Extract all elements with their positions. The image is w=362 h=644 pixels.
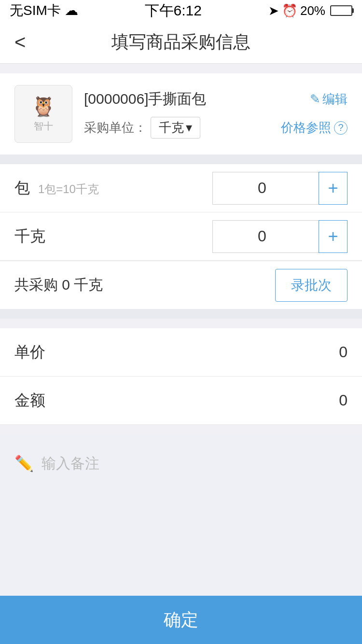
edit-button[interactable]: ✎ 编辑 — [310, 91, 348, 108]
total-row: 共采购 0 千克 录批次 — [0, 261, 362, 309]
kg-input-wrapper: + — [212, 220, 348, 253]
unit-label: 采购单位： — [84, 119, 147, 136]
bag-label-group: 包 1包=10千克 — [14, 178, 212, 199]
price-ref-button[interactable]: 价格参照 ? — [281, 119, 348, 136]
edit-icon: ✎ — [310, 92, 320, 107]
bag-input-row: 包 1包=10千克 + — [0, 164, 362, 212]
amount-label: 金额 — [14, 390, 45, 411]
nav-bar: < 填写商品采购信息 — [0, 21, 362, 64]
page-title: 填写商品采购信息 — [111, 30, 251, 54]
bag-input-wrapper: + — [212, 172, 348, 205]
alarm-icon: ⏰ — [282, 3, 297, 18]
amount-value: 0 — [339, 392, 348, 409]
bag-input[interactable] — [212, 172, 319, 205]
product-unit-row: 采购单位： 千克 ▾ 价格参照 ? — [84, 117, 348, 139]
unit-price-value: 0 — [339, 343, 348, 361]
status-left: 无SIM卡 ☁ — [10, 1, 78, 20]
total-text: 共采购 0 千克 — [14, 275, 103, 295]
section-divider-1 — [0, 154, 362, 164]
unit-select[interactable]: 千克 ▾ — [151, 117, 200, 139]
note-section[interactable]: ✏️ 输入备注 — [0, 434, 362, 492]
bag-label: 包 — [14, 179, 30, 196]
kg-plus-button[interactable]: + — [319, 220, 348, 253]
product-header: [0000006]手撕面包 ✎ 编辑 — [84, 89, 348, 109]
amount-row: 金额 0 — [0, 377, 362, 425]
bag-hint: 1包=10千克 — [38, 182, 99, 196]
status-time: 下午6:12 — [145, 1, 202, 21]
section-divider-2 — [0, 309, 362, 319]
product-name: [0000006]手撕面包 — [84, 89, 206, 109]
battery-icon — [330, 5, 352, 16]
product-info: [0000006]手撕面包 ✎ 编辑 采购单位： 千克 ▾ 价格参照 ? — [84, 89, 348, 139]
owl-icon: 🦉 — [31, 95, 56, 118]
unit-price-label: 单价 — [14, 342, 45, 363]
chevron-down-icon: ▾ — [186, 120, 192, 135]
no-sim-label: 无SIM卡 ☁ — [10, 1, 78, 20]
back-button[interactable]: < — [14, 31, 26, 53]
kg-label: 千克 — [14, 226, 212, 247]
product-img-label: 智十 — [34, 120, 53, 133]
pencil-icon: ✏️ — [14, 454, 34, 473]
info-section: 单价 0 金额 0 — [0, 328, 362, 425]
unit-selector-group: 采购单位： 千克 ▾ — [84, 117, 200, 139]
kg-input[interactable] — [212, 220, 319, 253]
location-icon: ➤ — [268, 3, 279, 18]
note-placeholder: 输入备注 — [42, 454, 99, 474]
battery-label: 20% — [300, 3, 325, 18]
bag-plus-button[interactable]: + — [319, 172, 348, 205]
info-icon: ? — [334, 121, 348, 135]
batch-button[interactable]: 录批次 — [275, 269, 348, 302]
unit-price-row: 单价 0 — [0, 328, 362, 377]
status-right: ➤ ⏰ 20% — [268, 3, 352, 18]
input-section: 包 1包=10千克 + 千克 + — [0, 164, 362, 261]
status-bar: 无SIM卡 ☁ 下午6:12 ➤ ⏰ 20% — [0, 0, 362, 21]
product-card: 🦉 智十 [0000006]手撕面包 ✎ 编辑 采购单位： 千克 ▾ 价格参照 — [0, 73, 362, 154]
kg-input-row: 千克 + — [0, 212, 362, 261]
confirm-button[interactable]: 确定 — [0, 596, 362, 644]
product-image: 🦉 智十 — [14, 85, 72, 143]
